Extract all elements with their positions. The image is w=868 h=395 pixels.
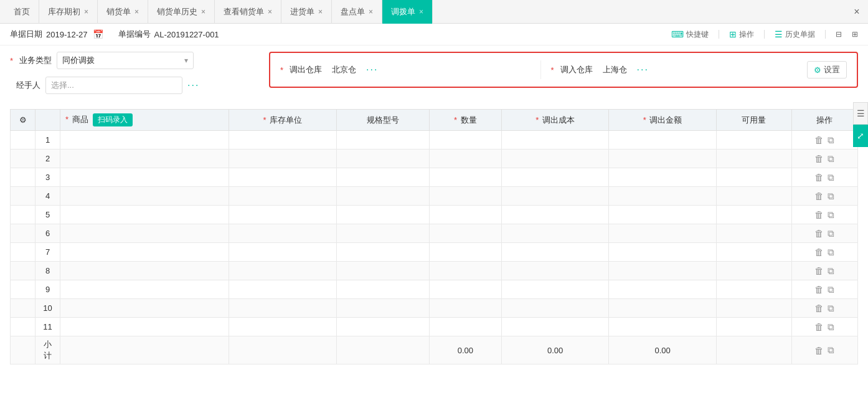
transfer-in-value[interactable]: 上海仓 xyxy=(603,64,627,75)
settings-button[interactable]: ⚙ 设置 xyxy=(807,61,847,79)
row-unit-10[interactable] xyxy=(229,299,336,318)
row-qty-10[interactable] xyxy=(429,299,501,318)
copy-icon-5[interactable]: ⧉ xyxy=(828,209,834,221)
delete-icon-10[interactable]: 🗑 xyxy=(814,303,824,313)
row-amount-7[interactable] xyxy=(609,243,716,262)
tab-sales-history[interactable]: 销货单历史 × xyxy=(148,0,215,24)
sidebar-list-icon[interactable]: ☰ xyxy=(853,102,868,125)
row-qty-5[interactable] xyxy=(429,206,501,224)
row-cost-3[interactable] xyxy=(501,168,608,187)
copy-icon-11[interactable]: ⧉ xyxy=(828,321,834,333)
copy-icon-10[interactable]: ⧉ xyxy=(828,303,834,314)
delete-icon-5[interactable]: 🗑 xyxy=(814,209,824,220)
delete-icon-11[interactable]: 🗑 xyxy=(814,321,824,332)
transfer-in-more-icon[interactable]: ··· xyxy=(637,64,649,75)
operations-button[interactable]: ⊞ 操作 xyxy=(729,29,754,40)
subtotal-delete-icon[interactable]: 🗑 xyxy=(814,345,824,356)
row-qty-8[interactable] xyxy=(429,262,501,280)
row-unit-7[interactable] xyxy=(229,243,336,262)
row-goods-1[interactable] xyxy=(60,131,229,150)
copy-icon-3[interactable]: ⧉ xyxy=(828,172,834,183)
row-qty-11[interactable] xyxy=(429,318,501,336)
copy-icon-4[interactable]: ⧉ xyxy=(828,191,834,202)
row-unit-4[interactable] xyxy=(229,187,336,206)
row-unit-3[interactable] xyxy=(229,168,336,187)
row-amount-6[interactable] xyxy=(609,224,716,243)
row-spec-8[interactable] xyxy=(336,262,429,280)
row-cost-2[interactable] xyxy=(501,150,608,168)
copy-icon-7[interactable]: ⧉ xyxy=(828,247,834,258)
delete-icon-6[interactable]: 🗑 xyxy=(814,228,824,239)
row-goods-7[interactable] xyxy=(60,243,229,262)
calendar-icon[interactable]: 📅 xyxy=(93,29,103,39)
tab-view-sales[interactable]: 查看销货单 × xyxy=(215,0,281,24)
row-goods-11[interactable] xyxy=(60,318,229,336)
row-spec-5[interactable] xyxy=(336,206,429,224)
copy-icon-8[interactable]: ⧉ xyxy=(828,265,834,277)
row-amount-3[interactable] xyxy=(609,168,716,187)
tab-transfer[interactable]: 调拨单 × xyxy=(382,0,433,24)
handler-more-icon[interactable]: ··· xyxy=(187,80,199,91)
tab-stocktake[interactable]: 盘点单 × xyxy=(332,0,382,24)
row-goods-2[interactable] xyxy=(60,150,229,168)
row-cost-4[interactable] xyxy=(501,187,608,206)
row-amount-8[interactable] xyxy=(609,262,716,280)
row-unit-1[interactable] xyxy=(229,131,336,150)
row-qty-1[interactable] xyxy=(429,131,501,150)
tab-sales-order[interactable]: 销货单 × xyxy=(98,0,148,24)
row-cost-10[interactable] xyxy=(501,299,608,318)
row-cost-8[interactable] xyxy=(501,262,608,280)
row-unit-2[interactable] xyxy=(229,150,336,168)
transfer-out-more-icon[interactable]: ··· xyxy=(366,64,378,75)
row-qty-3[interactable] xyxy=(429,168,501,187)
row-goods-8[interactable] xyxy=(60,262,229,280)
row-spec-1[interactable] xyxy=(336,131,429,150)
delete-icon-1[interactable]: 🗑 xyxy=(814,135,824,145)
grid-view-button[interactable]: ⊟ xyxy=(836,30,842,39)
row-goods-6[interactable] xyxy=(60,224,229,243)
copy-icon-1[interactable]: ⧉ xyxy=(828,135,834,146)
row-spec-4[interactable] xyxy=(336,187,429,206)
row-cost-7[interactable] xyxy=(501,243,608,262)
row-cost-5[interactable] xyxy=(501,206,608,224)
copy-icon-2[interactable]: ⧉ xyxy=(828,153,834,164)
tab-close-sales-history[interactable]: × xyxy=(201,7,205,16)
row-spec-3[interactable] xyxy=(336,168,429,187)
list-view-button[interactable]: ⊞ xyxy=(852,30,858,39)
row-qty-6[interactable] xyxy=(429,224,501,243)
row-goods-5[interactable] xyxy=(60,206,229,224)
row-qty-2[interactable] xyxy=(429,150,501,168)
row-amount-4[interactable] xyxy=(609,187,716,206)
date-value[interactable]: 2019-12-27 xyxy=(46,30,88,39)
row-cost-9[interactable] xyxy=(501,280,608,299)
row-cost-1[interactable] xyxy=(501,131,608,150)
delete-icon-2[interactable]: 🗑 xyxy=(814,153,824,164)
copy-icon-9[interactable]: ⧉ xyxy=(828,284,834,295)
tab-close-purchase[interactable]: × xyxy=(318,7,323,16)
row-qty-4[interactable] xyxy=(429,187,501,206)
tab-close-view-sales[interactable]: × xyxy=(268,7,272,16)
delete-icon-7[interactable]: 🗑 xyxy=(814,247,824,257)
row-unit-8[interactable] xyxy=(229,262,336,280)
row-unit-11[interactable] xyxy=(229,318,336,336)
tab-close-inventory-init[interactable]: × xyxy=(84,7,88,16)
handler-select[interactable]: 选择... xyxy=(45,77,182,94)
subtotal-copy-icon[interactable]: ⧉ xyxy=(828,345,834,356)
row-goods-10[interactable] xyxy=(60,299,229,318)
row-qty-7[interactable] xyxy=(429,243,501,262)
row-amount-9[interactable] xyxy=(609,280,716,299)
row-goods-9[interactable] xyxy=(60,280,229,299)
delete-icon-3[interactable]: 🗑 xyxy=(814,172,824,183)
delete-icon-9[interactable]: 🗑 xyxy=(814,284,824,295)
row-amount-1[interactable] xyxy=(609,131,716,150)
row-amount-10[interactable] xyxy=(609,299,716,318)
transfer-out-value[interactable]: 北京仓 xyxy=(332,64,356,75)
row-unit-6[interactable] xyxy=(229,224,336,243)
business-type-select[interactable]: 同价调拨 ▾ xyxy=(57,52,194,69)
row-spec-6[interactable] xyxy=(336,224,429,243)
tab-close-transfer[interactable]: × xyxy=(419,7,423,16)
tab-close-sales-order[interactable]: × xyxy=(134,7,139,16)
row-cost-11[interactable] xyxy=(501,318,608,336)
scan-button[interactable]: 扫码录入 xyxy=(93,113,133,126)
row-spec-2[interactable] xyxy=(336,150,429,168)
